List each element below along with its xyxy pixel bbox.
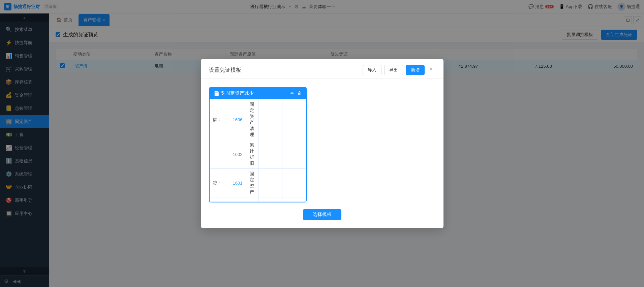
template-entries-table: 借： 1606 固定资产清理 1602 累计折旧: [210, 99, 306, 202]
template-delete-icon[interactable]: 🗑: [297, 91, 302, 96]
modal-title: 设置凭证模板: [209, 67, 241, 74]
entry-name-1: 累计折旧: [247, 140, 258, 169]
modal-actions: 导入 导出 新增 ×: [363, 65, 435, 75]
entry-code-2: 1601: [230, 169, 247, 197]
entry-debit-2: [258, 169, 282, 197]
new-btn[interactable]: 新增: [406, 65, 425, 75]
select-template-btn[interactable]: 选择模板: [303, 209, 341, 220]
template-card-header-right: ✏ 🗑: [290, 91, 302, 96]
modal-overlay[interactable]: 设置凭证模板 导入 导出 新增 × 📄 5-固定资产减少 ✏ 🗑: [0, 0, 644, 287]
template-card: 📄 5-固定资产减少 ✏ 🗑 借： 1606 固: [209, 87, 307, 202]
entry-name-0: 固定资产清理: [247, 99, 258, 140]
entry-name-2: 固定资产: [247, 169, 258, 197]
template-title: 5-固定资产减少: [221, 90, 254, 96]
modal-header: 设置凭证模板 导入 导出 新增 ×: [201, 59, 443, 79]
template-card-body: 借： 1606 固定资产清理 1602 累计折旧: [210, 99, 306, 202]
entry-code-1: 1602: [230, 140, 247, 169]
template-doc-icon: 📄: [214, 91, 219, 96]
template-card-header-left: 📄 5-固定资产减少: [214, 90, 254, 96]
empty-credit: [282, 197, 306, 202]
template-card-header: 📄 5-固定资产减少 ✏ 🗑: [210, 88, 306, 99]
entry-side-0: 借：: [210, 99, 230, 140]
entry-side-1: [210, 140, 230, 169]
import-btn[interactable]: 导入: [363, 65, 381, 75]
empty-debit: [258, 197, 282, 202]
template-entry-row: 1602 累计折旧: [210, 140, 306, 169]
entry-debit-0: [258, 99, 282, 140]
select-template-container: 选择模板: [209, 209, 435, 220]
export-btn[interactable]: 导出: [384, 65, 403, 75]
empty-name: [247, 197, 258, 202]
entry-side-2: 贷：: [210, 169, 230, 197]
template-empty-row: [210, 197, 306, 202]
entry-debit-1: [258, 140, 282, 169]
entry-credit-1: [282, 140, 306, 169]
template-entry-row: 贷： 1601 固定资产: [210, 169, 306, 197]
modal: 设置凭证模板 导入 导出 新增 × 📄 5-固定资产减少 ✏ 🗑: [201, 59, 443, 228]
empty-code: [230, 197, 247, 202]
entry-credit-0: [282, 99, 306, 140]
template-entry-row: 借： 1606 固定资产清理: [210, 99, 306, 140]
modal-close-btn[interactable]: ×: [427, 65, 435, 73]
modal-body: 📄 5-固定资产减少 ✏ 🗑 借： 1606 固: [201, 79, 443, 228]
entry-code-0: 1606: [230, 99, 247, 140]
entry-credit-2: [282, 169, 306, 197]
empty-side: [210, 197, 230, 202]
template-edit-icon[interactable]: ✏: [290, 91, 295, 96]
